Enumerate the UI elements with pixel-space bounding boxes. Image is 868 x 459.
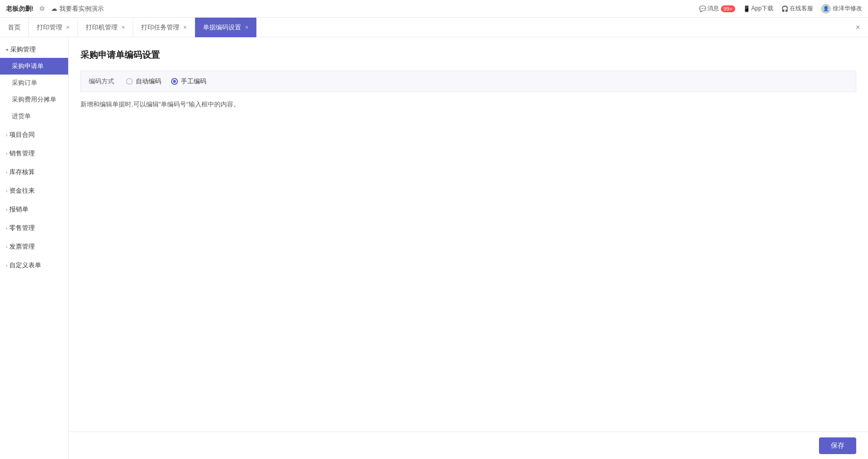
demo-icon: ☁ bbox=[51, 5, 57, 12]
radio-auto[interactable]: 自动编码 bbox=[126, 77, 161, 86]
sidebar-group-project-contract: › 项目合同 bbox=[0, 127, 68, 143]
sidebar-group-reimbursement: › 报销单 bbox=[0, 201, 68, 218]
app-download[interactable]: 📱 App下载 bbox=[743, 4, 773, 13]
sidebar-group-sales-title[interactable]: › 销售管理 bbox=[0, 145, 68, 162]
arrow-right-icon-8: › bbox=[6, 263, 7, 268]
tab-bar-close-all[interactable]: × bbox=[848, 23, 868, 32]
sidebar-group-project-contract-title[interactable]: › 项目合同 bbox=[0, 127, 68, 143]
demo-link[interactable]: ☁ 我要看实例演示 bbox=[51, 4, 104, 13]
tab-close-3[interactable]: × bbox=[183, 24, 187, 31]
tab-print-task-management[interactable]: 打印任务管理 × bbox=[133, 18, 195, 37]
sidebar-group-inventory-title[interactable]: › 库存核算 bbox=[0, 164, 68, 180]
top-bar-right: 💬 消息 99+ 📱 App下载 🎧 在线客服 👤 徐泽华修改 bbox=[699, 4, 862, 14]
sidebar-group-retail-title[interactable]: › 零售管理 bbox=[0, 220, 68, 236]
sidebar-item-stock-in[interactable]: 进货单 bbox=[0, 108, 68, 125]
arrow-right-icon-2: › bbox=[6, 151, 7, 156]
save-button[interactable]: 保存 bbox=[819, 437, 856, 454]
content-footer: 保存 bbox=[69, 432, 868, 459]
sidebar-group-purchase-title[interactable]: ▾ 采购管理 bbox=[0, 41, 68, 58]
sidebar: ▾ 采购管理 采购申请单 采购订单 采购费用分摊单 进货单 › 项目合同 › 销… bbox=[0, 37, 69, 459]
sidebar-group-purchase: ▾ 采购管理 采购申请单 采购订单 采购费用分摊单 进货单 bbox=[0, 41, 68, 125]
arrow-down-icon: ▾ bbox=[6, 47, 8, 52]
message-badge: 99+ bbox=[721, 5, 735, 12]
tab-document-code-settings[interactable]: 单据编码设置 × bbox=[195, 18, 257, 37]
layout: ▾ 采购管理 采购申请单 采购订单 采购费用分摊单 进货单 › 项目合同 › 销… bbox=[0, 37, 868, 459]
service-icon: 🎧 bbox=[781, 5, 789, 12]
tab-print-management[interactable]: 打印管理 × bbox=[29, 18, 78, 37]
top-bar: 老板勿删! ⚙ ☁ 我要看实例演示 💬 消息 99+ 📱 App下载 🎧 在线客… bbox=[0, 0, 868, 18]
app-icon: 📱 bbox=[743, 5, 750, 12]
message-area[interactable]: 💬 消息 99+ bbox=[699, 4, 735, 13]
sidebar-group-invoice: › 发票管理 bbox=[0, 238, 68, 255]
settings-icon[interactable]: ⚙ bbox=[39, 5, 45, 12]
encoding-label: 编码方式 bbox=[89, 77, 114, 86]
tab-bar: 首页 打印管理 × 打印机管理 × 打印任务管理 × 单据编码设置 × × bbox=[0, 18, 868, 37]
content-wrapper: 采购申请单编码设置 编码方式 自动编码 手工编码 bbox=[69, 37, 868, 459]
sidebar-group-funds-title[interactable]: › 资金往来 bbox=[0, 182, 68, 199]
sidebar-group-retail: › 零售管理 bbox=[0, 220, 68, 236]
tab-close-1[interactable]: × bbox=[66, 24, 70, 31]
encoding-row: 编码方式 自动编码 手工编码 bbox=[80, 71, 856, 92]
hint-text: 新增和编辑单据时,可以编辑"单编码号"输入框中的内容。 bbox=[80, 100, 856, 109]
sidebar-group-custom-form-title[interactable]: › 自定义表单 bbox=[0, 257, 68, 274]
sidebar-group-custom-form: › 自定义表单 bbox=[0, 257, 68, 274]
main-content: 采购申请单编码设置 编码方式 自动编码 手工编码 bbox=[69, 37, 868, 459]
tab-home[interactable]: 首页 bbox=[0, 18, 29, 37]
sidebar-item-purchase-expense[interactable]: 采购费用分摊单 bbox=[0, 91, 68, 108]
tab-close-2[interactable]: × bbox=[122, 24, 125, 31]
arrow-right-icon-1: › bbox=[6, 132, 7, 138]
sidebar-group-inventory: › 库存核算 bbox=[0, 164, 68, 180]
radio-auto-circle bbox=[126, 78, 133, 85]
sidebar-group-reimbursement-title[interactable]: › 报销单 bbox=[0, 201, 68, 218]
top-bar-left: 老板勿删! ⚙ ☁ 我要看实例演示 bbox=[6, 4, 104, 13]
page-title: 采购申请单编码设置 bbox=[80, 49, 856, 61]
radio-manual[interactable]: 手工编码 bbox=[171, 77, 206, 86]
arrow-right-icon-6: › bbox=[6, 226, 7, 231]
online-service[interactable]: 🎧 在线客服 bbox=[781, 4, 813, 13]
sidebar-group-funds: › 资金往来 bbox=[0, 182, 68, 199]
sidebar-item-purchase-order[interactable]: 采购订单 bbox=[0, 75, 68, 91]
sidebar-item-purchase-request[interactable]: 采购申请单 bbox=[0, 58, 68, 75]
logo-text: 老板勿删! bbox=[6, 4, 33, 13]
tab-close-4[interactable]: × bbox=[245, 24, 248, 31]
user-avatar: 👤 bbox=[821, 4, 831, 14]
arrow-right-icon-3: › bbox=[6, 170, 7, 175]
radio-group: 自动编码 手工编码 bbox=[126, 77, 206, 86]
tab-printer-management[interactable]: 打印机管理 × bbox=[78, 18, 133, 37]
content-area: 采购申请单编码设置 编码方式 自动编码 手工编码 bbox=[69, 37, 868, 432]
message-icon: 💬 bbox=[699, 5, 706, 12]
arrow-right-icon-4: › bbox=[6, 188, 7, 194]
arrow-right-icon-5: › bbox=[6, 207, 7, 212]
user-area[interactable]: 👤 徐泽华修改 bbox=[821, 4, 862, 14]
radio-manual-circle bbox=[171, 78, 178, 85]
arrow-right-icon-7: › bbox=[6, 244, 7, 250]
sidebar-group-sales: › 销售管理 bbox=[0, 145, 68, 162]
sidebar-group-invoice-title[interactable]: › 发票管理 bbox=[0, 238, 68, 255]
